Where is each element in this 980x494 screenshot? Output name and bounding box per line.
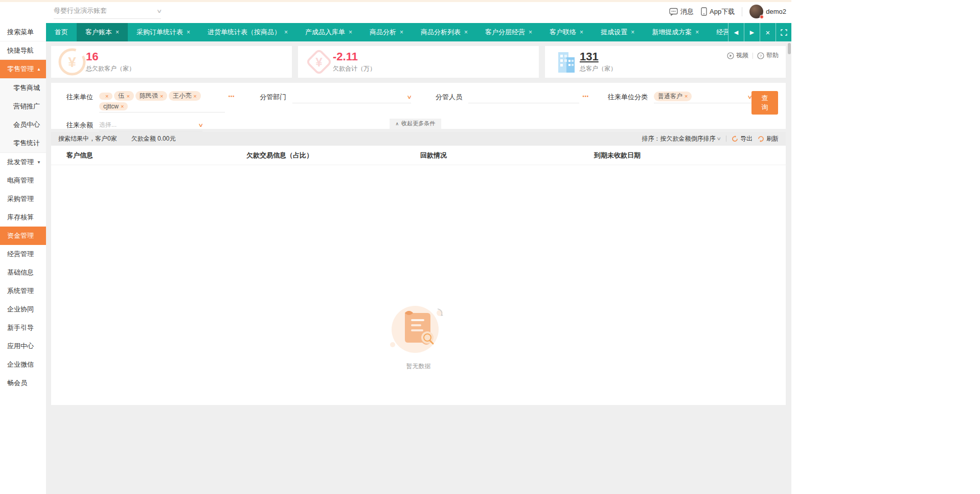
svg-text:?: ? xyxy=(760,54,762,58)
sidebar-item-purchase-management[interactable]: 采购管理 xyxy=(0,190,46,208)
sidebar-item-enterprise-wechat[interactable]: 企业微信 xyxy=(0,355,46,374)
sidebar-item-business-management[interactable]: 经营管理 xyxy=(0,245,46,263)
category-filter-label: 往来单位分类 xyxy=(608,91,648,102)
balance-placeholder: 选择... xyxy=(99,121,117,129)
sort-selector[interactable]: 排序：按欠款金额倒序排序 ∨ xyxy=(642,134,721,143)
close-icon[interactable]: × xyxy=(284,29,288,36)
department-filter-field[interactable]: ∨ xyxy=(292,91,411,103)
sidebar-item-basic-info[interactable]: 基础信息 xyxy=(0,263,46,282)
tab-new-commission-plan[interactable]: 新增提成方案× xyxy=(643,23,708,41)
tab-product-analysis-list[interactable]: 商品分析列表× xyxy=(412,23,476,41)
caret-up-icon: ▲ xyxy=(37,67,41,72)
results-bar: 搜索结果中，客户0家 欠款金额 0.00元 排序：按欠款金额倒序排序 ∨ 导出 … xyxy=(51,132,786,145)
remove-tag-icon[interactable]: × xyxy=(126,93,129,99)
chevron-down-icon: ∨ xyxy=(198,122,203,128)
query-button[interactable]: 查询 xyxy=(751,91,778,115)
person-filter-field[interactable] xyxy=(468,91,579,103)
vertical-scrollbar[interactable] xyxy=(788,43,791,54)
messages-button[interactable]: 消息 xyxy=(669,7,694,16)
scroll-tabs-right-button[interactable]: ▶ xyxy=(744,23,760,41)
partner-tag: 伍× xyxy=(114,91,133,101)
results-summary: 搜索结果中，客户0家 xyxy=(58,134,117,143)
tab-commission-settings[interactable]: 提成设置× xyxy=(592,23,643,41)
sidebar-item-enterprise-collaboration[interactable]: 企业协同 xyxy=(0,300,46,319)
more-persons-icon[interactable]: ⋯ xyxy=(579,91,589,100)
tab-bar: 首页 客户账本× 采购订单统计表× 进货单统计表（按商品）× 产成品入库单× 商… xyxy=(46,23,791,41)
collapse-filters-button[interactable]: ∧ 收起更多条件 xyxy=(390,119,442,129)
tab-customer-ledger[interactable]: 客户账本× xyxy=(77,23,128,41)
user-menu[interactable]: demo2 xyxy=(749,5,786,18)
column-overdue-date: 到期未收款日期 xyxy=(594,151,786,160)
empty-state: 暂无数据 xyxy=(51,300,786,371)
close-icon[interactable]: × xyxy=(464,29,468,36)
sidebar-item-app-center[interactable]: 应用中心 xyxy=(0,337,46,355)
stat-label: 总欠款客户（家） xyxy=(86,64,135,73)
export-icon xyxy=(732,136,738,142)
sidebar-item-inventory-accounting[interactable]: 库存核算 xyxy=(0,208,46,227)
department-filter-label: 分管部门 xyxy=(260,91,286,102)
question-circle-icon: ? xyxy=(757,52,764,59)
remove-tag-icon[interactable]: × xyxy=(193,93,196,99)
retail-submenu: 零售商城 营销推广 会员中心 零售统计 xyxy=(0,78,46,153)
sidebar-item-retail-management[interactable]: 零售管理▲ xyxy=(0,60,46,78)
sidebar-item-retail-mall[interactable]: 零售商城 xyxy=(0,79,46,97)
tab-business-status[interactable]: 经营情况× xyxy=(708,23,728,41)
remove-tag-icon[interactable]: × xyxy=(685,93,688,99)
more-partners-icon[interactable]: ⋯ xyxy=(225,91,235,100)
chevron-down-icon: ∨ xyxy=(156,8,162,14)
sidebar-item-marketing-promotion[interactable]: 营销推广 xyxy=(0,97,46,116)
export-button[interactable]: 导出 xyxy=(732,134,753,143)
sidebar-item-system-management[interactable]: 系统管理 xyxy=(0,282,46,300)
tab-customer-tiering[interactable]: 客户分层经营× xyxy=(476,23,541,41)
tab-incoming-goods-stats[interactable]: 进货单统计表（按商品）× xyxy=(199,23,297,41)
account-set-select[interactable]: 母婴行业演示账套 ∨ xyxy=(54,6,161,19)
yen-diamond-icon: ¥ xyxy=(304,47,334,77)
partner-tag: × xyxy=(99,93,112,100)
stat-value: 16 xyxy=(86,51,135,63)
close-icon[interactable]: × xyxy=(187,29,190,36)
category-filter-field[interactable]: 普通客户× ∨ xyxy=(654,91,751,103)
sidebar-item-chang-member[interactable]: 畅会员 xyxy=(0,374,46,392)
tab-purchase-order-stats[interactable]: 采购订单统计表× xyxy=(128,23,199,41)
stat-cards-row: ¥ 16 总欠款客户（家） ¥ -2.11 欠款合计（万） xyxy=(51,46,786,78)
app-download-button[interactable]: App下载 xyxy=(701,7,735,16)
close-icon[interactable]: × xyxy=(580,29,583,36)
filter-panel: 往来单位 × 伍× 陈民强× 王小亮× cjttcw× ⋯ 分管部门 ∨ 分管人… xyxy=(51,83,786,129)
fullscreen-icon xyxy=(781,29,787,36)
sidebar-item-funds-management[interactable]: 资金管理 xyxy=(0,227,46,245)
partner-tag: 王小亮× xyxy=(169,91,200,101)
sidebar-item-quick-nav[interactable]: 快捷导航 xyxy=(0,41,46,60)
close-icon[interactable]: × xyxy=(116,29,119,36)
table-header: 客户信息 欠款交易信息（占比） 回款情况 到期未收款日期 xyxy=(51,146,786,165)
refresh-icon xyxy=(758,136,764,142)
sidebar-item-ecommerce-management[interactable]: 电商管理 xyxy=(0,171,46,190)
top-accent-strip xyxy=(0,0,791,2)
close-icon[interactable]: × xyxy=(400,29,403,36)
help-link[interactable]: ? 帮助 xyxy=(757,51,779,60)
balance-filter-field[interactable]: 选择... ∨ xyxy=(99,119,202,131)
close-icon[interactable]: × xyxy=(349,29,352,36)
tab-controls: ◀ ▶ × xyxy=(728,23,791,41)
remove-tag-icon[interactable]: × xyxy=(160,93,163,99)
close-icon[interactable]: × xyxy=(529,29,532,36)
sidebar-item-retail-stats[interactable]: 零售统计 xyxy=(0,134,46,152)
tab-finished-goods-inbound[interactable]: 产成品入库单× xyxy=(297,23,361,41)
caret-down-icon: ▼ xyxy=(37,160,41,165)
video-link[interactable]: 视频 xyxy=(727,51,748,60)
tab-home[interactable]: 首页 xyxy=(46,23,77,41)
remove-tag-icon[interactable]: × xyxy=(121,103,124,109)
close-icon[interactable]: × xyxy=(695,29,699,36)
sidebar-item-search-menu[interactable]: 搜索菜单 xyxy=(0,23,46,41)
partner-filter-field[interactable]: × 伍× 陈民强× 王小亮× cjttcw× xyxy=(99,91,225,113)
remove-tag-icon[interactable]: × xyxy=(105,93,108,99)
sidebar-item-wholesale-management[interactable]: 批发管理▼ xyxy=(0,153,46,171)
refresh-button[interactable]: 刷新 xyxy=(758,134,779,143)
scroll-tabs-left-button[interactable]: ◀ xyxy=(728,23,744,41)
tab-product-analysis[interactable]: 商品分析× xyxy=(361,23,412,41)
close-all-tabs-button[interactable]: × xyxy=(760,23,776,41)
sidebar-item-member-center[interactable]: 会员中心 xyxy=(0,116,46,134)
sidebar-item-newbie-guide[interactable]: 新手引导 xyxy=(0,319,46,337)
fullscreen-button[interactable] xyxy=(776,23,791,41)
tab-customer-contact[interactable]: 客户联络× xyxy=(541,23,592,41)
close-icon[interactable]: × xyxy=(631,29,634,36)
